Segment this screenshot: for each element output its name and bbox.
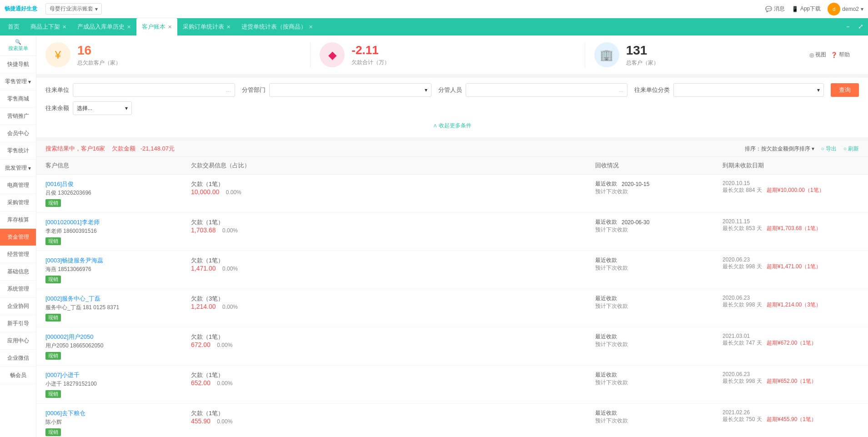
help-btn[interactable]: ❓ 帮助 <box>831 51 850 59</box>
tab-home-label: 首页 <box>8 23 20 31</box>
tab-production[interactable]: 产成品入库单历史 ✕ <box>72 18 136 35</box>
overdue-days-5: 最长欠款 998 天 <box>722 378 765 384</box>
result-sort[interactable]: 排序：按欠款金额倒序排序 ▾ <box>745 145 814 153</box>
sidebar-item-purchase-mgmt[interactable]: 采购管理 <box>0 194 36 211</box>
app-download-btn[interactable]: 📱 App下载 <box>792 5 821 13</box>
balance-select[interactable]: 选择... ▾ <box>73 101 132 115</box>
sidebar-item-member-center[interactable]: 会员中心 <box>0 125 36 142</box>
store-selector[interactable]: 母婴行业演示账套 ▾ <box>45 3 102 15</box>
sidebar-item-retail-stats[interactable]: 零售统计 <box>0 142 36 160</box>
overdue-amount-4[interactable]: 超期¥672.00（1笔） <box>767 340 817 346</box>
overdue-cell-4: 2021.03.01 最长欠款 747 天 超期¥672.00（1笔） <box>722 333 859 347</box>
sidebar-item-enterprise-coop[interactable]: 企业协同 <box>0 298 36 315</box>
debt-amount-4: 672.00 <box>191 341 211 348</box>
col-customer-header: 客户信息 <box>45 161 191 170</box>
repay-row-3: 最近收款 <box>595 295 722 302</box>
sidebar-item-inventory[interactable]: 库存核算 <box>0 211 36 229</box>
query-button[interactable]: 查询 <box>831 83 859 97</box>
tab-home[interactable]: 首页 <box>2 18 25 35</box>
debt-row-2: 1,471.00 0.00% <box>191 265 595 272</box>
sidebar-member-vip-label: 畅会员 <box>10 372 26 378</box>
tab-customer-account[interactable]: 客户账本 ✕ <box>136 18 177 35</box>
sort-label: 排序：按欠款金额倒序排序 <box>745 145 810 153</box>
tab-products[interactable]: 商品上下架 ✕ <box>25 18 72 35</box>
refresh-btn[interactable]: ○ 刷新 <box>843 145 859 153</box>
source-unit-input[interactable]: ... <box>73 83 235 97</box>
sidebar-retail-stats-label: 零售统计 <box>7 147 29 154</box>
customer-name-1[interactable]: [0001020001]李老师 <box>45 218 191 226</box>
unit-category-select[interactable]: ▾ <box>673 83 824 97</box>
sidebar-item-app-center[interactable]: 应用中心 <box>0 332 36 350</box>
user-menu[interactable]: d demo2 ▾ <box>828 3 863 15</box>
result-info: 搜索结果中，客户16家 欠款金额 -21,148.07元 <box>45 145 175 153</box>
sidebar-item-retail-mall[interactable]: 零售商城 <box>0 90 36 108</box>
filter-row-1: 往来单位 ... 分管部门 ▾ 分管人员 ... <box>45 83 859 97</box>
sidebar-item-batch-mgmt[interactable]: 批发管理 ▾ <box>0 160 36 177</box>
sidebar-item-finance[interactable]: 资金管理 <box>0 229 36 246</box>
stat-top-right-actions: ◎ 视图 ❓ 帮助 <box>809 51 850 59</box>
collapse-row[interactable]: ∧ 收起更多条件 <box>45 120 859 132</box>
help-icon: ❓ <box>831 52 838 58</box>
sidebar-item-system-mgmt[interactable]: 系统管理 <box>0 281 36 298</box>
dept-select[interactable]: ▾ <box>269 83 431 97</box>
customer-name-0[interactable]: [0016]吕俊 <box>45 180 191 188</box>
debt-percent-2: 0.00% <box>222 266 238 272</box>
message-btn[interactable]: 💬 消息 <box>765 5 785 13</box>
overdue-amount-1[interactable]: 超期¥1,703.68（1笔） <box>767 225 821 231</box>
sidebar-quick-nav-label: 快捷导航 <box>7 61 29 67</box>
tab-inbound-stats[interactable]: 进货单统计表（按商品） ✕ <box>236 18 318 35</box>
customer-phone-5: 小迸千 18279152100 <box>45 380 191 388</box>
tab-purchase-order-close[interactable]: ✕ <box>226 24 231 30</box>
repay-cell-0: 最近收款 2020-10-15 预计下次收款 <box>595 180 722 196</box>
overdue-amount-0[interactable]: 超期¥10,000.00（1笔） <box>767 187 824 193</box>
view-btn[interactable]: ◎ 视图 <box>809 51 826 59</box>
overdue-amount-2[interactable]: 超期¥1,471.00（1笔） <box>767 263 821 270</box>
sidebar-item-member-vip[interactable]: 畅会员 <box>0 367 36 384</box>
stat-icon-debt: ¥ <box>45 42 70 67</box>
sidebar-search[interactable]: 🔍 搜索菜单 <box>0 35 36 56</box>
debt-cell-2: 欠款（1笔） 1,471.00 0.00% <box>191 256 595 272</box>
overdue-info-1: 最长欠款 853 天 超期¥1,703.68（1笔） <box>722 225 859 232</box>
sidebar-item-ops-mgmt[interactable]: 经营管理 <box>0 246 36 263</box>
tab-purchase-order[interactable]: 采购订单统计表 ✕ <box>177 18 236 35</box>
debt-amount-5: 652.00 <box>191 379 211 387</box>
tab-inbound-stats-label: 进货单统计表（按商品） <box>241 23 306 31</box>
tab-production-close[interactable]: ✕ <box>127 24 131 30</box>
tab-products-close[interactable]: ✕ <box>62 24 66 30</box>
manager-dots: ... <box>619 87 623 93</box>
filter-group-manager: 分管人员 ... <box>438 83 628 97</box>
sidebar-item-ecommerce[interactable]: 电商管理 <box>0 177 36 194</box>
overdue-amount-3[interactable]: 超期¥1,214.00（3笔） <box>767 301 821 308</box>
logo-text: 畅捷通好生意 <box>5 5 37 13</box>
customer-cell-3: [0002]服务中心_丁磊 服务中心_丁磊 181 0125 8371 现销 <box>45 295 191 321</box>
sidebar-item-enterprise-wechat[interactable]: 企业微信 <box>0 350 36 367</box>
debt-percent-6: 0.00% <box>217 418 232 425</box>
sidebar-basic-info-label: 基础信息 <box>7 268 29 275</box>
export-btn[interactable]: ○ 导出 <box>821 145 837 153</box>
tab-maximize-btn[interactable]: ⤢ <box>856 23 866 31</box>
tab-minimize-btn[interactable]: － <box>843 23 853 31</box>
sidebar-item-marketing[interactable]: 营销推广 <box>0 108 36 125</box>
debt-count-2: 欠款（1笔） <box>191 256 595 265</box>
last-repay-label-5: 最近收款 <box>595 371 617 379</box>
debt-cell-4: 欠款（1笔） 672.00 0.00% <box>191 333 595 348</box>
tab-inbound-stats-close[interactable]: ✕ <box>309 24 313 30</box>
due-date-6: 2021.02.26 <box>722 409 859 416</box>
manager-input[interactable]: ... <box>466 83 628 97</box>
customer-phone-0: 吕俊 13026203696 <box>45 189 191 197</box>
sidebar-item-basic-info[interactable]: 基础信息 <box>0 263 36 281</box>
overdue-amount-5[interactable]: 超期¥652.00（1笔） <box>767 378 817 384</box>
sidebar-item-retail-mgmt[interactable]: 零售管理 ▾ <box>0 73 36 90</box>
col-debt-header: 欠款交易信息（占比） <box>191 161 595 170</box>
sidebar-item-new-guide[interactable]: 新手引导 <box>0 315 36 332</box>
customer-name-5[interactable]: [0007]小迸千 <box>45 371 191 379</box>
sidebar-item-quick-nav[interactable]: 快捷导航 <box>0 56 36 73</box>
tab-customer-account-close[interactable]: ✕ <box>168 24 172 30</box>
customer-name-3[interactable]: [0002]服务中心_丁磊 <box>45 295 191 303</box>
filter-group-source-unit: 往来单位 ... <box>45 83 235 97</box>
customer-name-2[interactable]: [0003]畅捷服务尹海蕊 <box>45 256 191 265</box>
overdue-amount-6[interactable]: 超期¥455.90（1笔） <box>767 416 817 422</box>
customer-name-4[interactable]: [000002]用户2050 <box>45 333 191 341</box>
tab-purchase-order-label: 采购订单统计表 <box>183 23 224 31</box>
customer-name-6[interactable]: [0006]去下粮仓 <box>45 409 191 417</box>
